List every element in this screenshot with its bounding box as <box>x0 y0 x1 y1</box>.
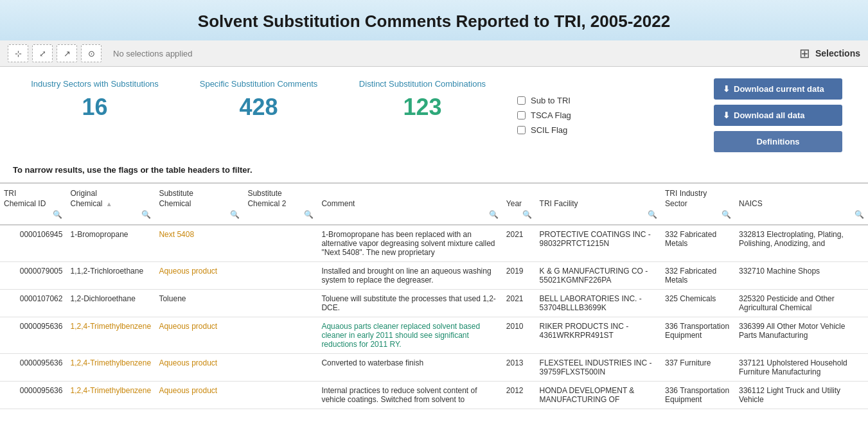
col-header-chem-id: TRIChemical ID 🔍 <box>0 183 66 225</box>
cell-industry: 332 Fabricated Metals <box>661 262 735 290</box>
cell-facility: HONDA DEVELOPMENT & MANUFACTURING OF <box>536 382 661 409</box>
table-row: 0000106945 1-Bromopropane Next 5408 1-Br… <box>0 225 868 262</box>
cell-industry: 336 Transportation Equipment <box>661 317 735 354</box>
stats-section: Industry Sectors with Substitutions 16 S… <box>0 67 868 160</box>
grid-icon[interactable]: ⊞ <box>799 46 810 61</box>
cell-comment: Installed and brought on line an aqueous… <box>317 262 502 290</box>
cell-chem-id: 0000095636 <box>0 354 66 382</box>
cell-comment: Toluene will substitute the processes th… <box>317 290 502 317</box>
col-header-comment: Comment 🔍 <box>317 183 502 225</box>
cell-year: 2021 <box>502 290 536 317</box>
data-table-container: TRIChemical ID 🔍 OriginalChemical ▲ 🔍 Su… <box>0 182 868 409</box>
share-icon-btn[interactable]: ↗ <box>57 44 77 62</box>
definitions-button[interactable]: Definitions <box>714 131 842 152</box>
cell-year: 2013 <box>502 354 536 382</box>
col-header-facility: TRI Facility 🔍 <box>536 183 661 225</box>
scil-flag-checkbox[interactable] <box>517 126 526 134</box>
cell-industry: 325 Chemicals <box>661 290 735 317</box>
col-header-orig-chem: OriginalChemical ▲ 🔍 <box>66 183 155 225</box>
industry-sectors-label: Industry Sectors with Substitutions <box>13 78 177 90</box>
tsca-flag-checkbox[interactable] <box>517 111 526 119</box>
download-all-button[interactable]: ⬇ Download all data <box>714 105 842 126</box>
table-header-row: TRIChemical ID 🔍 OriginalChemical ▲ 🔍 Su… <box>0 183 868 225</box>
search-icon-orig-chem[interactable]: 🔍 <box>141 210 151 219</box>
substitution-comments-value: 428 <box>177 94 341 121</box>
search-icon-naics[interactable]: 🔍 <box>855 210 864 219</box>
cell-orig-chem: 1-Bromopropane <box>66 225 155 262</box>
cell-orig-chem: 1,2,4-Trimethylbenzene <box>66 354 155 382</box>
industry-sectors-value: 16 <box>13 94 177 121</box>
cell-facility: K & G MANUFACTURING CO - 55021KGMNF226PA <box>536 262 661 290</box>
cell-chem-id: 0000095636 <box>0 317 66 354</box>
table-row: 0000079005 1,1,2-Trichloroethane Aqueous… <box>0 262 868 290</box>
stat-substitution-comments: Specific Substitution Comments 428 <box>177 78 341 152</box>
download-current-button[interactable]: ⬇ Download current data <box>714 78 842 100</box>
cell-sub-chem: Next 5408 <box>155 225 244 262</box>
cell-comment: Aquaous parts cleaner replaced solvent b… <box>317 317 502 354</box>
table-row: 0000095636 1,2,4-Trimethylbenzene Aqueou… <box>0 382 868 409</box>
cell-orig-chem: 1,2,4-Trimethylbenzene <box>66 382 155 409</box>
buttons-section: ⬇ Download current data ⬇ Download all d… <box>714 78 855 152</box>
cell-naics: 332813 Electroplating, Plating, Polishin… <box>735 225 868 262</box>
cell-sub-chem: Toluene <box>155 290 244 317</box>
selections-button[interactable]: Selections <box>815 48 860 58</box>
tsca-flag-label: TSCA Flag <box>531 110 571 120</box>
col-header-sub-chem: SubstituteChemical 🔍 <box>155 183 244 225</box>
cell-sub-chem: Aqueous product <box>155 262 244 290</box>
camera-icon-btn[interactable]: ⊙ <box>81 44 102 62</box>
cell-facility: BELL LABORATORIES INC. - 53704BLLLB3699K <box>536 290 661 317</box>
sub-to-tri-label: Sub to TRI <box>531 96 571 105</box>
cell-facility: PROTECTIVE COATINGS INC - 98032PRTCT1215… <box>536 225 661 262</box>
search-icon-chem-id[interactable]: 🔍 <box>53 210 62 219</box>
cell-naics: 336112 Light Truck and Utility Vehicle <box>735 382 868 409</box>
sub-to-tri-checkbox[interactable] <box>517 96 526 105</box>
search-icon-sub-chem[interactable]: 🔍 <box>230 210 240 219</box>
search-icon-comment[interactable]: 🔍 <box>489 210 499 219</box>
filter-hint: To narrow results, use the flags or the … <box>0 160 868 182</box>
zoom-icon: ⊹ <box>15 49 22 58</box>
expand-icon: ⤢ <box>39 49 46 58</box>
distinct-combinations-value: 123 <box>341 94 504 121</box>
cell-year: 2010 <box>502 317 536 354</box>
page-header: Solvent Substitution Comments Reported t… <box>0 0 868 40</box>
col-header-naics: NAICS 🔍 <box>735 183 868 225</box>
flags-section: Sub to TRI TSCA Flag SCIL Flag <box>504 78 714 152</box>
expand-icon-btn[interactable]: ⤢ <box>32 44 53 62</box>
cell-naics: 337121 Upholstered Household Furniture M… <box>735 354 868 382</box>
cell-comment: Converted to waterbase finish <box>317 354 502 382</box>
stat-industry-sectors: Industry Sectors with Substitutions 16 <box>13 78 177 152</box>
toolbar: ⊹ ⤢ ↗ ⊙ No selections applied ⊞ Selectio… <box>0 40 868 67</box>
cell-chem-id: 0000095636 <box>0 382 66 409</box>
cell-industry: 332 Fabricated Metals <box>661 225 735 262</box>
cell-sub-chem2 <box>244 290 317 317</box>
cell-sub-chem2 <box>244 225 317 262</box>
download-all-label: Download all data <box>734 110 805 120</box>
cell-comment: Internal practices to reduce solvent con… <box>317 382 502 409</box>
table-row: 0000107062 1,2-Dichloroethane Toluene To… <box>0 290 868 317</box>
cell-year: 2012 <box>502 382 536 409</box>
zoom-icon-btn[interactable]: ⊹ <box>8 44 28 62</box>
cell-sub-chem2 <box>244 262 317 290</box>
cell-naics: 332710 Machine Shops <box>735 262 868 290</box>
flag-row-sub-tri: Sub to TRI <box>517 96 714 105</box>
cell-year: 2021 <box>502 225 536 262</box>
cell-comment: 1-Bromopropane has been replaced with an… <box>317 225 502 262</box>
camera-icon: ⊙ <box>88 49 95 58</box>
cell-facility: FLEXSTEEL INDUSTRIES INC - 39759FLXST500… <box>536 354 661 382</box>
cell-naics: 325320 Pesticide and Other Agricultural … <box>735 290 868 317</box>
page-title: Solvent Substitution Comments Reported t… <box>6 12 862 31</box>
search-icon-industry[interactable]: 🔍 <box>722 210 731 219</box>
search-icon-year[interactable]: 🔍 <box>522 210 532 219</box>
cell-orig-chem: 1,2-Dichloroethane <box>66 290 155 317</box>
cell-sub-chem: Aqueous product <box>155 354 244 382</box>
table-row: 0000095636 1,2,4-Trimethylbenzene Aqueou… <box>0 317 868 354</box>
cell-orig-chem: 1,1,2-Trichloroethane <box>66 262 155 290</box>
col-header-sub-chem2: SubstituteChemical 2 🔍 <box>244 183 317 225</box>
share-icon: ↗ <box>64 49 71 58</box>
search-icon-facility[interactable]: 🔍 <box>648 210 657 219</box>
toolbar-right: ⊞ Selections <box>799 46 860 61</box>
search-icon-sub-chem2[interactable]: 🔍 <box>304 210 314 219</box>
cell-sub-chem2 <box>244 317 317 354</box>
cell-sub-chem: Aqueous product <box>155 317 244 354</box>
cell-orig-chem: 1,2,4-Trimethylbenzene <box>66 317 155 354</box>
